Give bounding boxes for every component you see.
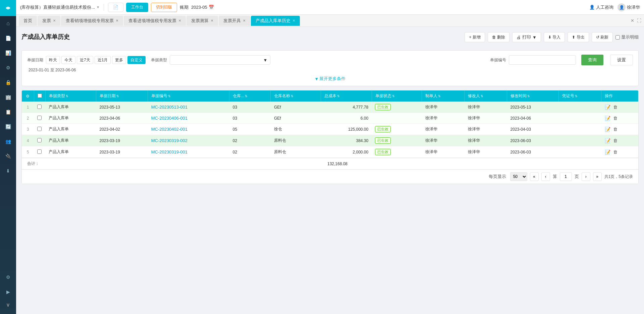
- col-type[interactable]: 单据类型⇅: [45, 90, 96, 102]
- row-number[interactable]: MC-20230406-001: [148, 113, 229, 124]
- display-detail-checkbox[interactable]: [615, 35, 620, 40]
- last-page-btn[interactable]: »: [593, 172, 602, 181]
- row-edit-icon[interactable]: 📝: [605, 105, 610, 110]
- tab-product-inbound[interactable]: 产成品入库单历史 ✕: [251, 16, 300, 26]
- row-edit-icon[interactable]: 📝: [605, 149, 610, 155]
- sidebar-item-org[interactable]: 🏢: [0, 90, 16, 105]
- row-number-link[interactable]: MC-20230319-002: [151, 138, 187, 143]
- row-checkbox[interactable]: [37, 116, 42, 120]
- row-number[interactable]: MC-20230513-001: [148, 102, 229, 113]
- row-checkbox[interactable]: [37, 149, 42, 154]
- sidebar-item-download[interactable]: ⬇: [0, 164, 16, 178]
- tab-invoice-calc[interactable]: 发票测算 ✕: [186, 16, 218, 26]
- refresh-button[interactable]: ↺ 刷新: [592, 32, 613, 42]
- col-total-cost[interactable]: 总成本⇅: [321, 90, 372, 102]
- row-number-link[interactable]: MC-20230402-001: [151, 127, 187, 132]
- sidebar-item-settings[interactable]: ⚙: [0, 60, 16, 75]
- tab-purchase-vat[interactable]: 查看进项增值税专用发票 ✕: [124, 16, 186, 26]
- row-checkbox-cell[interactable]: [34, 124, 45, 135]
- select-all-checkbox[interactable]: [38, 93, 42, 98]
- tab-invoice-close[interactable]: ✕: [53, 19, 56, 22]
- tab-product-inbound-close[interactable]: ✕: [292, 19, 295, 22]
- col-warehouse-name[interactable]: 仓库名称⇅: [271, 90, 321, 102]
- col-warehouse-code[interactable]: 仓库...⇅: [229, 90, 271, 102]
- row-number-link[interactable]: MC-20230406-001: [151, 116, 187, 121]
- row-checkbox[interactable]: [37, 138, 42, 142]
- sidebar-item-doc[interactable]: 📄: [0, 31, 16, 46]
- next-page-btn[interactable]: ›: [582, 172, 590, 181]
- import-button[interactable]: ⬇ 导入: [544, 32, 565, 42]
- row-number[interactable]: MC-20230319-001: [148, 146, 229, 158]
- support-link[interactable]: 👤 人工咨询: [589, 4, 613, 10]
- export-button[interactable]: ⬆ 导出: [568, 32, 589, 42]
- filter-last7-btn[interactable]: 近7天: [77, 56, 93, 64]
- calendar-icon[interactable]: 📅: [209, 5, 214, 10]
- sidebar-item-version[interactable]: V: [0, 299, 16, 314]
- col-status[interactable]: 单据状态⇅: [372, 90, 422, 102]
- row-edit-icon[interactable]: 📝: [605, 116, 610, 121]
- filter-more-btn[interactable]: 更多: [112, 56, 126, 64]
- filter-type-select[interactable]: ▼: [170, 55, 270, 65]
- col-modifier[interactable]: 修改人⇅: [465, 90, 507, 102]
- workbench-button[interactable]: 工作台: [126, 3, 148, 12]
- col-number[interactable]: 单据编号⇅: [148, 90, 229, 102]
- switch-version-button[interactable]: 切到旧版: [151, 3, 177, 12]
- row-checkbox[interactable]: [37, 127, 42, 131]
- row-number[interactable]: MC-20230402-001: [148, 124, 229, 135]
- sidebar-item-home[interactable]: ⌂: [0, 16, 16, 31]
- tab-maximize-icon[interactable]: ⛶: [637, 18, 641, 23]
- col-creator[interactable]: 制单人⇅: [422, 90, 465, 102]
- sidebar-item-lock[interactable]: 🔒: [0, 75, 16, 90]
- expand-more-btn[interactable]: ▼ 展开更多条件: [315, 76, 346, 82]
- display-detail-checkbox-label[interactable]: 显示明细: [615, 34, 639, 40]
- row-checkbox-cell[interactable]: [34, 135, 45, 146]
- row-checkbox-cell[interactable]: [34, 146, 45, 158]
- row-edit-icon[interactable]: 📝: [605, 127, 610, 132]
- col-modify-time[interactable]: 修改时间⇅: [507, 90, 559, 102]
- tab-invoice-calc-close[interactable]: ✕: [211, 19, 213, 22]
- prev-page-btn[interactable]: ‹: [541, 172, 550, 181]
- page-number-input[interactable]: [560, 172, 572, 181]
- page-size-select[interactable]: 20 50 100: [510, 172, 527, 181]
- tab-invoice-open[interactable]: 发票开具 ✕: [219, 16, 250, 26]
- sidebar-item-video[interactable]: ▶: [0, 285, 16, 299]
- col-settings[interactable]: ⚙: [22, 90, 34, 102]
- filter-number-input[interactable]: [509, 55, 576, 65]
- sidebar-item-plugin[interactable]: 🔌: [0, 149, 16, 164]
- user-info[interactable]: 👤 徐泽华: [618, 3, 640, 11]
- company-name[interactable]: (库存核算）直播轻娱通信易技术股份... ▼: [20, 4, 100, 10]
- sidebar-item-person[interactable]: 👥: [0, 134, 16, 149]
- tab-sales-vat-close[interactable]: ✕: [116, 19, 118, 22]
- col-checkbox[interactable]: [34, 90, 45, 102]
- new-button[interactable]: + 新增: [465, 32, 485, 42]
- sidebar-item-voucher[interactable]: 📋: [0, 105, 16, 119]
- doc-icon-btn[interactable]: 📄: [108, 3, 123, 12]
- tab-close-all-icon[interactable]: ✕: [631, 18, 634, 23]
- row-delete-icon[interactable]: 🗑: [613, 149, 618, 154]
- row-checkbox-cell[interactable]: [34, 113, 45, 124]
- set-button[interactable]: 设置: [610, 55, 633, 65]
- tab-purchase-vat-close[interactable]: ✕: [178, 19, 181, 22]
- row-delete-icon[interactable]: 🗑: [613, 116, 618, 121]
- row-delete-icon[interactable]: 🗑: [613, 138, 618, 143]
- filter-yesterday-btn[interactable]: 昨天: [46, 56, 60, 64]
- first-page-btn[interactable]: «: [530, 172, 539, 181]
- tab-home[interactable]: 首页: [19, 16, 37, 26]
- row-delete-icon[interactable]: 🗑: [613, 105, 618, 110]
- row-edit-icon[interactable]: 📝: [605, 138, 610, 143]
- tab-sales-vat[interactable]: 查看销项增值税专用发票 ✕: [61, 16, 123, 26]
- row-number-link[interactable]: MC-20230319-001: [151, 149, 187, 154]
- filter-last1m-btn[interactable]: 近1月: [95, 56, 111, 64]
- row-number[interactable]: MC-20230319-002: [148, 135, 229, 146]
- row-number-link[interactable]: MC-20230513-001: [151, 105, 187, 110]
- row-checkbox[interactable]: [37, 105, 42, 109]
- sidebar-item-flow[interactable]: 🔄: [0, 119, 16, 134]
- tab-invoice[interactable]: 发票 ✕: [38, 16, 60, 26]
- col-date[interactable]: 单据日期⇅: [96, 90, 148, 102]
- query-button[interactable]: 查询: [581, 55, 603, 65]
- delete-button[interactable]: 🗑 删除: [488, 32, 509, 42]
- print-button[interactable]: 🖨 打印 ▼: [512, 32, 541, 42]
- col-voucher[interactable]: 凭证号⇅: [559, 90, 601, 102]
- sidebar-item-setting3[interactable]: ⚙: [0, 270, 16, 285]
- row-checkbox-cell[interactable]: [34, 102, 45, 113]
